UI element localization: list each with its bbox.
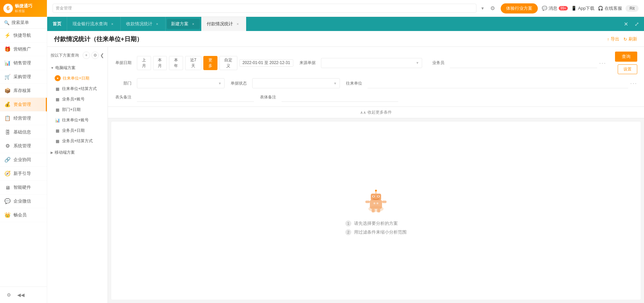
tip-text-2: 用过滤条件来缩小分析范围 xyxy=(354,229,407,235)
voucher-date-label: 单据日期 xyxy=(115,60,131,66)
scheme-group-mobile-header[interactable]: ▶ 移动端方案 xyxy=(47,148,108,157)
sidebar-label-basic: 基础信息 xyxy=(13,129,31,135)
scheme-item-label-salesperson-account: 业务员+账号 xyxy=(62,96,85,102)
sidebar-item-purchase[interactable]: 🛒 采购管理 xyxy=(0,70,47,84)
search-menu[interactable]: 🔍 搜索菜单 xyxy=(0,17,47,29)
export-btn[interactable]: ↑ 导出 xyxy=(607,36,620,42)
date-btn-this-month[interactable]: 本月 xyxy=(153,56,167,70)
date-btn-7days[interactable]: 近7天 xyxy=(185,56,201,70)
sidebar-item-operations[interactable]: 📋 经营管理 xyxy=(0,112,47,125)
online-service-btn[interactable]: 🎧 在线客服 xyxy=(598,5,622,11)
tab-fullscreen-btn[interactable]: ⤢ xyxy=(633,20,641,28)
scheme-group-mobile-label: 移动端方案 xyxy=(55,150,75,155)
table-icon-4: ▦ xyxy=(55,128,60,133)
date-range-input[interactable] xyxy=(239,59,293,67)
app-logo-icon: 6 xyxy=(3,4,13,13)
sidebar-item-basic[interactable]: 🗄 基础信息 xyxy=(0,125,47,139)
tab-close-all-btn[interactable]: ✕ xyxy=(622,20,630,28)
salesperson-more-btn[interactable]: ··· xyxy=(599,60,606,66)
sidebar-item-hardware[interactable]: 🖥 智能硬件 xyxy=(0,181,47,194)
scheme-sidebar-actions: + ⚙ ❮ xyxy=(83,52,104,59)
breadcrumb: 资金管理 xyxy=(53,4,476,13)
source-voucher-select[interactable]: ▼ xyxy=(321,58,422,68)
sidebar-label-system: 系统管理 xyxy=(13,143,31,149)
tab-new-scheme-close[interactable]: × xyxy=(191,21,196,27)
related-unit-input[interactable] xyxy=(368,78,628,88)
tab-home[interactable]: 首页 xyxy=(47,17,67,31)
scheme-item-unit-account[interactable]: 📊 往来单位+账号 xyxy=(47,115,108,125)
date-btn-more[interactable]: 更多 xyxy=(203,56,217,70)
sidebar-settings-btn[interactable]: ⚙ xyxy=(4,290,13,300)
svg-point-14 xyxy=(377,203,378,204)
table-icon-5: ▦ xyxy=(55,139,60,144)
topbar-actions: 💬 消息 99+ 📱 App下载 🎧 在线客服 Rit xyxy=(542,5,639,12)
main-content: 资金管理 ▼ ⚙ 体验行业方案 💬 消息 99+ 📱 App下载 🎧 在线客服 … xyxy=(47,0,644,303)
date-filter-content: 上月 本月 本年 近7天 更多 自定义 xyxy=(137,56,293,70)
message-btn[interactable]: 💬 消息 99+ xyxy=(542,5,568,11)
tab-collection-stats-close[interactable]: × xyxy=(154,21,160,27)
query-btn[interactable]: 查询 xyxy=(615,52,637,62)
collapse-bar[interactable]: ∧∧ 收起更多条件 xyxy=(108,107,644,118)
tab-payment-stats-close[interactable]: × xyxy=(235,21,240,27)
app-download-btn[interactable]: 📱 App下载 xyxy=(571,5,594,11)
hardware-icon: 🖥 xyxy=(4,184,11,191)
sidebar-item-marketing[interactable]: 🎁 营销推广 xyxy=(0,42,47,56)
scheme-item-label-salesperson-date: 业务员+日期 xyxy=(62,128,85,133)
tab-new-scheme[interactable]: 新建方案 × xyxy=(167,19,200,29)
scheme-add-btn[interactable]: + xyxy=(83,52,90,59)
sales-icon: 📊 xyxy=(4,60,11,66)
sidebar-item-capital[interactable]: 💰 资金管理 xyxy=(0,98,47,112)
page-content: 付款情况统计（往来单位+日期） ↑ 导出 ↻ 刷新 按以下方案查询 + xyxy=(47,31,644,303)
sidebar-item-member[interactable]: 👑 畅会员 xyxy=(0,208,47,222)
header-note-input[interactable] xyxy=(137,92,254,102)
related-unit-more-btn[interactable]: ··· xyxy=(630,80,637,86)
svg-rect-9 xyxy=(365,201,370,203)
app-name-block: 畅捷通巧 标准版 xyxy=(15,3,32,13)
tab-cash-flow-close[interactable]: × xyxy=(110,21,115,27)
salesperson-input[interactable] xyxy=(450,58,597,68)
filter-settings-btn[interactable]: 设置 xyxy=(618,64,637,74)
svg-rect-1 xyxy=(370,200,382,209)
topbar: 资金管理 ▼ ⚙ 体验行业方案 💬 消息 99+ 📱 App下载 🎧 在线客服 … xyxy=(47,0,644,17)
download-icon: 📱 xyxy=(571,6,577,11)
dept-select-arrow: ▼ xyxy=(218,82,222,85)
tab-collection-stats[interactable]: 收款情况统计 × xyxy=(121,17,166,31)
scheme-group-desktop-header[interactable]: ▼ 电脑端方案 xyxy=(47,63,108,73)
scheme-settings-btn[interactable]: ⚙ xyxy=(91,52,99,59)
chevron-right-icon: ▶ xyxy=(51,151,53,154)
topbar-settings-btn[interactable]: ⚙ xyxy=(489,4,497,12)
voucher-status-arrow: ▼ xyxy=(333,82,337,85)
scheme-item-salesperson-account[interactable]: ▦ 业务员+账号 xyxy=(47,94,108,104)
date-btn-custom[interactable]: 自定义 xyxy=(219,56,237,70)
sidebar-item-system[interactable]: ⚙ 系统管理 xyxy=(0,139,47,153)
date-btn-last-month[interactable]: 上月 xyxy=(137,56,151,70)
sidebar-item-enterprise[interactable]: 🔗 企业协同 xyxy=(0,153,47,167)
dept-select[interactable]: ▼ xyxy=(137,78,225,88)
scheme-item-salesperson-date[interactable]: ▦ 业务员+日期 xyxy=(47,125,108,136)
sidebar-item-wechat[interactable]: 💬 企业微信 xyxy=(0,194,47,208)
sidebar-item-inventory[interactable]: 📦 库存核算 xyxy=(0,84,47,98)
scheme-item-dept-date[interactable]: ▦ 部门+日期 xyxy=(47,104,108,115)
sidebar-item-guide[interactable]: 🧭 新手引导 xyxy=(0,167,47,181)
username-label: Rit xyxy=(630,6,635,11)
tab-cash-flow[interactable]: 现金银行流水查询 × xyxy=(67,17,121,31)
voucher-status-select[interactable]: ▼ xyxy=(252,78,340,88)
breadcrumb-chevron: ▼ xyxy=(480,6,485,11)
user-profile[interactable]: Rit xyxy=(625,5,639,12)
page-header-actions: ↑ 导出 ↻ 刷新 xyxy=(607,36,638,42)
sidebar-item-quick-nav[interactable]: ⚡ 快捷导航 xyxy=(0,29,47,42)
scheme-item-salesperson-settlement[interactable]: ▦ 业务员+结算方式 xyxy=(47,136,108,146)
trial-btn[interactable]: 体验行业方案 xyxy=(501,3,538,13)
date-btn-this-year[interactable]: 本年 xyxy=(169,56,183,70)
refresh-btn[interactable]: ↻ 刷新 xyxy=(623,36,637,42)
tab-cash-flow-label: 现金银行流水查询 xyxy=(72,21,108,27)
scheme-collapse-btn[interactable]: ❮ xyxy=(100,53,104,58)
sidebar-collapse-btn[interactable]: ◀◀ xyxy=(16,290,26,300)
sidebar-item-sales[interactable]: 📊 销售管理 xyxy=(0,56,47,70)
svg-point-6 xyxy=(378,196,379,197)
scheme-item-unit-settlement[interactable]: ▦ 往来单位+结算方式 xyxy=(47,84,108,94)
svg-point-8 xyxy=(375,190,377,191)
tab-payment-stats[interactable]: 付款情况统计 × xyxy=(201,17,246,31)
scheme-item-unit-date[interactable]: ● 往来单位+日期 xyxy=(47,73,108,84)
body-note-input[interactable] xyxy=(282,92,399,102)
